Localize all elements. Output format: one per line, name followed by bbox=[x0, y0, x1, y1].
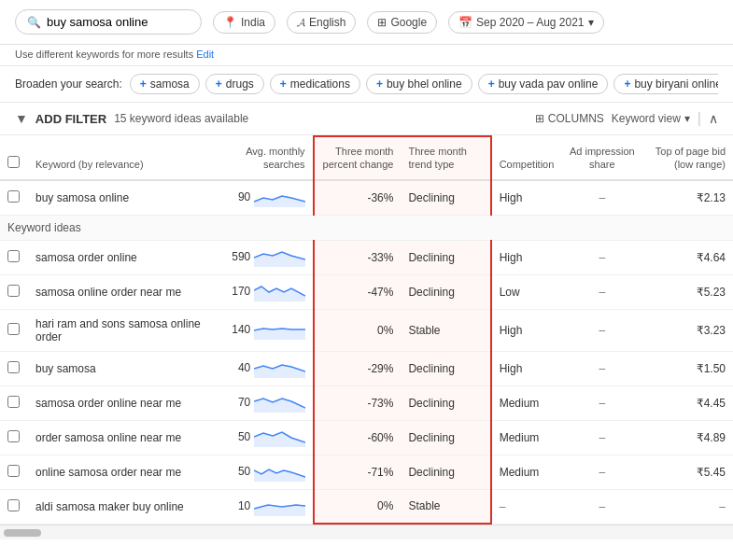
monthly-cell: 10 bbox=[210, 489, 314, 524]
date-range-pill[interactable]: 📅 Sep 2020 – Aug 2021 ▾ bbox=[448, 11, 603, 34]
table-row: order samosa online near me 50 -60% Decl… bbox=[0, 420, 733, 455]
row-select-checkbox[interactable] bbox=[7, 250, 20, 262]
trend-cell: Declining bbox=[401, 455, 490, 489]
adshare-cell: – bbox=[561, 240, 642, 274]
trend-cell: Declining bbox=[401, 420, 490, 455]
top-competition-cell: High bbox=[491, 180, 562, 216]
hint-bar: Use different keywords for more results … bbox=[0, 45, 733, 65]
keywords-table: Keyword (by relevance) Avg. monthly sear… bbox=[0, 135, 733, 525]
broaden-tag-buy-bhel[interactable]: + buy bhel online bbox=[366, 74, 472, 94]
header-monthly: Avg. monthly searches bbox=[210, 136, 314, 180]
pct-cell: 0% bbox=[314, 489, 402, 524]
competition-cell: – bbox=[491, 489, 562, 524]
pct-cell: -71% bbox=[314, 455, 402, 489]
row-checkbox[interactable] bbox=[0, 240, 28, 274]
row-select-checkbox[interactable] bbox=[7, 499, 20, 511]
header-checkbox[interactable] bbox=[0, 136, 28, 180]
keyword-cell: order samosa online near me bbox=[28, 420, 210, 455]
row-checkbox[interactable] bbox=[0, 420, 28, 455]
plus-icon: + bbox=[140, 77, 147, 91]
keyword-count: 15 keyword ideas available bbox=[114, 112, 248, 125]
filter-bar: ▼ ADD FILTER 15 keyword ideas available … bbox=[0, 102, 733, 135]
location-icon: 📍 bbox=[223, 16, 237, 29]
search-engine-pill[interactable]: ⊞ Google bbox=[367, 11, 437, 34]
scroll-indicator[interactable] bbox=[0, 525, 733, 539]
bid-cell: ₹1.50 bbox=[642, 351, 733, 385]
pct-cell: -29% bbox=[314, 351, 402, 385]
row-select-checkbox[interactable] bbox=[7, 190, 20, 203]
header-competition: Competition bbox=[491, 136, 562, 180]
row-checkbox[interactable] bbox=[0, 489, 28, 524]
row-select-checkbox[interactable] bbox=[7, 430, 20, 442]
location-pill[interactable]: 📍 India bbox=[213, 11, 275, 34]
keyword-ideas-label: Keyword ideas bbox=[0, 215, 733, 240]
search-icon: 🔍 bbox=[27, 16, 41, 29]
broaden-tag-medications[interactable]: + medications bbox=[270, 74, 360, 94]
collapse-button[interactable]: ∧ bbox=[709, 111, 718, 126]
trend-cell: Declining bbox=[401, 351, 490, 385]
language-pill[interactable]: 𝓐 English bbox=[287, 11, 356, 34]
engine-icon: ⊞ bbox=[377, 16, 387, 29]
table-row-top: buy samosa online 90 -36% Declining High bbox=[0, 180, 733, 216]
pct-cell: -47% bbox=[314, 274, 402, 309]
filter-left: ▼ ADD FILTER 15 keyword ideas available bbox=[15, 111, 248, 126]
select-all-checkbox[interactable] bbox=[7, 156, 20, 168]
columns-button[interactable]: ⊞ COLUMNS bbox=[535, 112, 604, 125]
row-select-checkbox[interactable] bbox=[7, 285, 20, 297]
keyword-cell: hari ram and sons samosa online order bbox=[28, 309, 210, 351]
row-checkbox[interactable] bbox=[0, 351, 28, 385]
row-select-checkbox[interactable] bbox=[7, 323, 20, 335]
pct-cell: 0% bbox=[314, 309, 402, 351]
row-checkbox[interactable] bbox=[0, 274, 28, 309]
add-filter-button[interactable]: ADD FILTER bbox=[35, 112, 106, 126]
trend-cell: Declining bbox=[401, 274, 490, 309]
broaden-label: Broaden your search: bbox=[15, 77, 122, 91]
monthly-cell: 50 bbox=[210, 420, 314, 455]
broaden-tag-drugs[interactable]: + drugs bbox=[205, 74, 264, 94]
adshare-cell: – bbox=[561, 489, 642, 524]
row-select-checkbox[interactable] bbox=[7, 396, 20, 408]
plus-icon: + bbox=[376, 77, 383, 91]
adshare-cell: – bbox=[561, 385, 642, 420]
svg-marker-3 bbox=[254, 329, 305, 340]
competition-cell: High bbox=[491, 309, 562, 351]
trend-cell: Stable bbox=[401, 309, 490, 351]
keyword-ideas-section: Keyword ideas bbox=[0, 215, 733, 240]
trend-cell: Declining bbox=[401, 240, 490, 274]
table-row: samosa online order near me 170 -47% Dec… bbox=[0, 274, 733, 309]
pct-cell: -33% bbox=[314, 240, 402, 274]
pct-cell: -60% bbox=[314, 420, 402, 455]
row-select-checkbox[interactable] bbox=[7, 465, 20, 477]
broaden-tag-buy-biryani[interactable]: + buy biryani online bbox=[613, 74, 718, 94]
chevron-down-icon: ▾ bbox=[588, 16, 594, 29]
svg-marker-2 bbox=[254, 287, 305, 301]
keyword-cell: samosa order online bbox=[28, 240, 210, 274]
header-three-month-pct: Three month percent change bbox=[314, 136, 402, 180]
broaden-bar: Broaden your search: + samosa + drugs + … bbox=[0, 65, 733, 102]
broaden-tags: + samosa + drugs + medications + buy bhe… bbox=[130, 74, 718, 94]
top-monthly-cell: 90 bbox=[210, 180, 314, 216]
row-checkbox[interactable] bbox=[0, 309, 28, 351]
row-checkbox[interactable] bbox=[0, 385, 28, 420]
search-input[interactable] bbox=[47, 15, 187, 29]
edit-link[interactable]: Edit bbox=[196, 49, 214, 60]
divider: | bbox=[698, 110, 701, 127]
top-keyword-cell: buy samosa online bbox=[28, 180, 210, 216]
keyword-view-button[interactable]: Keyword view ▾ bbox=[612, 112, 690, 125]
monthly-cell: 50 bbox=[210, 455, 314, 489]
competition-cell: High bbox=[491, 240, 562, 274]
table-row: samosa order online near me 70 -73% Decl… bbox=[0, 385, 733, 420]
row-checkbox[interactable] bbox=[0, 455, 28, 489]
row-checkbox[interactable] bbox=[0, 180, 28, 216]
broaden-tag-samosa[interactable]: + samosa bbox=[130, 74, 200, 94]
filter-right: ⊞ COLUMNS Keyword view ▾ | ∧ bbox=[535, 110, 718, 127]
competition-cell: High bbox=[491, 351, 562, 385]
table-row: samosa order online 590 -33% Declining H… bbox=[0, 240, 733, 274]
svg-marker-4 bbox=[254, 365, 305, 378]
row-select-checkbox[interactable] bbox=[7, 361, 20, 373]
broaden-tag-buy-vada[interactable]: + buy vada pav online bbox=[478, 74, 609, 94]
keyword-cell: samosa order online near me bbox=[28, 385, 210, 420]
scroll-thumb[interactable] bbox=[4, 529, 41, 537]
search-input-wrap[interactable]: 🔍 bbox=[15, 9, 202, 35]
top-bid-cell: ₹2.13 bbox=[642, 180, 733, 216]
